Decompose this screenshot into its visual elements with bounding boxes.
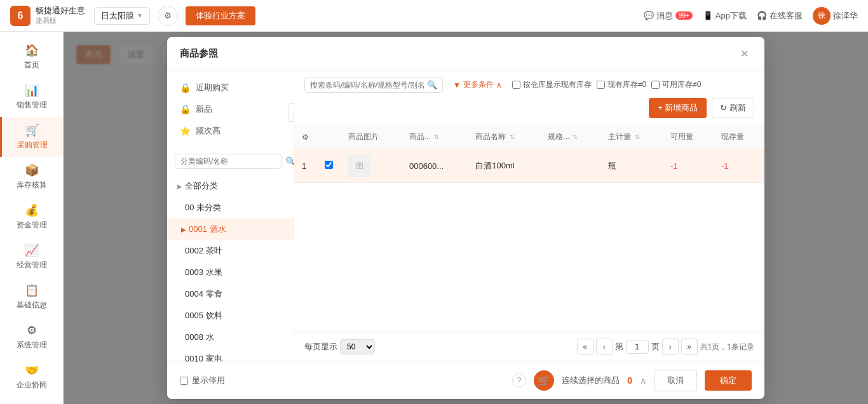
category-0001[interactable]: ▶ 0001 酒水 [167, 219, 294, 240]
business-icon: 📈 [25, 243, 39, 257]
per-page-selector: 每页显示 50 20 100 [304, 339, 375, 354]
th-unit[interactable]: 主计量 ⇅ [600, 125, 663, 149]
product-search-icon[interactable]: 🔍 [427, 80, 437, 90]
table-row[interactable]: 1 图 000600... 白酒100ml [294, 149, 764, 183]
page-total-info: 共1页，1条记录 [700, 342, 754, 353]
modal-header: 商品参照 ✕ [167, 37, 764, 71]
online-service-button[interactable]: 🎧 在线客服 [757, 10, 803, 22]
store-selector[interactable]: 日太阳膜 ▼ [94, 7, 150, 25]
product-search-input[interactable] [310, 81, 424, 90]
category-00[interactable]: 00 未分类 [167, 197, 294, 219]
next-page-button[interactable]: › [662, 339, 679, 355]
content-area: 查询 设置 ↻ 刷新 商品参照 ✕ 🔒 [64, 32, 868, 404]
th-checkbox [317, 125, 341, 149]
first-page-button[interactable]: « [577, 339, 593, 355]
more-filter-button[interactable]: ▼ 更多条件 ∧ [448, 77, 507, 93]
available-stock-filter[interactable]: 现有库存≠0 [597, 79, 646, 90]
category-search-input[interactable] [175, 154, 281, 169]
left-panel: 🔒 近期购买 🔒 新品 ⭐ 频次高 ❮ [167, 71, 294, 361]
cell-name: 白酒100ml [468, 149, 540, 183]
message-button[interactable]: 💬 消息 99+ [644, 10, 693, 22]
cart-count-badge: 0 [627, 375, 632, 386]
pagination: 每页显示 50 20 100 « ‹ 第 [294, 332, 764, 361]
cell-code: 000600... [402, 149, 468, 183]
sidebar-item-guide[interactable]: 🎯 新手引导 [0, 397, 63, 404]
logo-area: 6 畅捷通好生意 捷易版 [10, 6, 86, 26]
category-0010[interactable]: 0010 家电 [167, 348, 294, 361]
sidebar-item-finance[interactable]: 💰 资金管理 [0, 197, 63, 237]
th-name[interactable]: 商品名称 ⇅ [468, 125, 540, 149]
sort-spec-icon: ⇅ [573, 133, 578, 140]
top-nav: 6 畅捷通好生意 捷易版 日太阳膜 ▼ ⚙ 体验行业方案 💬 消息 99+ 📱 … [0, 0, 868, 32]
page-number-input[interactable] [626, 340, 649, 354]
modal-close-button[interactable]: ✕ [736, 46, 752, 61]
warehouse-stock-filter[interactable]: 按仓库显示现有库存 [512, 79, 592, 90]
show-disabled-toggle[interactable]: 显示停用 [180, 375, 225, 386]
purchase-icon: 🛒 [25, 123, 39, 137]
nav-right: 💬 消息 99+ 📱 App下载 🎧 在线客服 徐 徐泽华 [644, 7, 858, 25]
right-panel: 🔍 ▼ 更多条件 ∧ 按仓库显示现有库存 [294, 71, 764, 361]
last-page-button[interactable]: » [681, 339, 698, 355]
cell-unit: 瓶 [600, 149, 663, 183]
product-search-box: 🔍 [304, 77, 443, 93]
inventory-icon: 📦 [25, 163, 39, 177]
panel-collapse-button[interactable]: ❮ [288, 103, 294, 122]
modal-footer: 显示停用 ? 🛒 连续选择的商品 0 ∧ 取消 确定 [167, 361, 764, 399]
cancel-button[interactable]: 取消 [654, 370, 697, 391]
footer-collapse-button[interactable]: ∧ [640, 375, 646, 386]
message-badge: 99+ [675, 11, 693, 20]
user-menu[interactable]: 徐 徐泽华 [813, 7, 858, 25]
sort-unit-icon: ⇅ [635, 133, 640, 140]
th-code[interactable]: 商品... ⇅ [402, 125, 468, 149]
app-download-button[interactable]: 📱 App下载 [703, 10, 747, 22]
per-page-select-input[interactable]: 50 20 100 [340, 339, 375, 354]
quick-link-recent[interactable]: 🔒 近期购买 [175, 78, 286, 97]
category-0003[interactable]: 0003 水果 [167, 262, 294, 283]
quick-links: 🔒 近期购买 🔒 新品 ⭐ 频次高 ❮ [167, 78, 294, 147]
system-icon: ⚙ [27, 323, 37, 337]
trial-button[interactable]: 体验行业方案 [186, 6, 255, 25]
sidebar-item-home[interactable]: 🏠 首页 [0, 37, 63, 77]
help-button[interactable]: ? [512, 374, 526, 387]
sidebar-item-purchase[interactable]: 🛒 采购管理 [0, 117, 63, 157]
sidebar-item-business[interactable]: 📈 经营管理 [0, 237, 63, 277]
star-icon: ⭐ [180, 126, 191, 136]
usable-stock-filter[interactable]: 可用库存≠0 [651, 79, 701, 90]
add-product-button[interactable]: + 新增商品 [649, 98, 707, 118]
category-0005[interactable]: 0005 饮料 [167, 305, 294, 327]
category-search-area: 🔍 [167, 147, 294, 175]
show-disabled-checkbox[interactable] [180, 377, 188, 385]
warehouse-stock-checkbox[interactable] [512, 81, 520, 89]
usable-stock-checkbox[interactable] [651, 81, 660, 89]
th-spec[interactable]: 规格... ⇅ [540, 125, 600, 149]
cell-checkbox[interactable] [317, 149, 341, 183]
logo-text: 畅捷通好生意 [36, 6, 85, 16]
prev-page-button[interactable]: ‹ [596, 339, 613, 355]
cart-icon-button[interactable]: 🛒 [534, 370, 554, 391]
confirm-button[interactable]: 确定 [705, 370, 752, 391]
sidebar-item-system[interactable]: ⚙ 系统管理 [0, 317, 63, 357]
cell-available: -1 [663, 149, 714, 183]
table-header-row: ⚙ 商品图片 商品... ⇅ [294, 125, 764, 149]
footer-right: ? 🛒 连续选择的商品 0 ∧ 取消 确定 [512, 370, 752, 391]
category-search-icon[interactable]: 🔍 [285, 156, 294, 166]
sidebar-item-enterprise[interactable]: 🤝 企业协同 [0, 357, 63, 397]
refresh-button[interactable]: ↻ 刷新 [712, 98, 754, 118]
sidebar-item-inventory[interactable]: 📦 库存核算 [0, 157, 63, 197]
cell-stock: -1 [714, 149, 764, 183]
quick-link-frequent[interactable]: ⭐ 频次高 [175, 121, 286, 140]
modal-body: 🔒 近期购买 🔒 新品 ⭐ 频次高 ❮ [167, 71, 764, 361]
category-0008[interactable]: 0008 水 [167, 327, 294, 348]
lock-icon-2: 🔒 [180, 104, 191, 114]
enterprise-icon: 🤝 [25, 363, 39, 377]
category-0004[interactable]: 0004 零食 [167, 283, 294, 305]
available-stock-checkbox[interactable] [597, 81, 605, 89]
toolbar-right: + 新增商品 ↻ 刷新 [649, 98, 754, 118]
sidebar-item-basic[interactable]: 📋 基础信息 [0, 277, 63, 317]
category-all[interactable]: ▶ 全部分类 [167, 175, 294, 197]
settings-icon[interactable]: ⚙ [158, 6, 178, 26]
category-0002[interactable]: 0002 茶叶 [167, 240, 294, 262]
th-settings[interactable]: ⚙ [294, 125, 317, 149]
sidebar-item-sales[interactable]: 📊 销售管理 [0, 77, 63, 117]
quick-link-new[interactable]: 🔒 新品 [175, 100, 286, 119]
